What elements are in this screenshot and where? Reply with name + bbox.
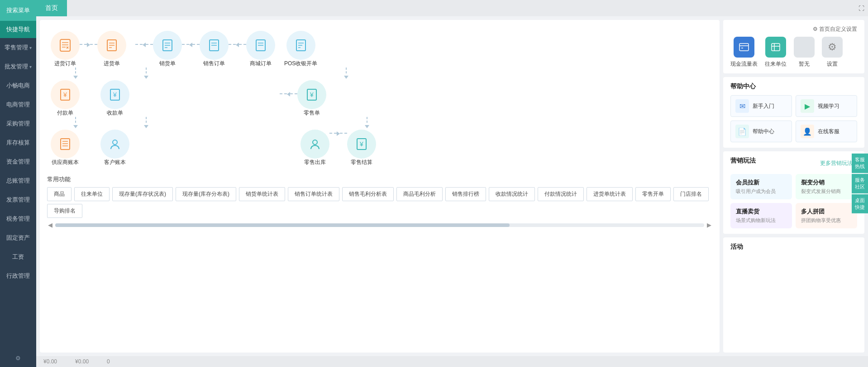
flow-row-3: ¥ 付款单 ¥ 收款单 <box>51 80 712 117</box>
func-btn-2[interactable]: 现存量(库存状况表) <box>112 187 173 201</box>
sidebar-item-inventory[interactable]: 库存核算 <box>0 133 36 152</box>
node-retail-out: 零售出库 <box>300 130 329 166</box>
quick-nav-button[interactable]: 快捷导航 <box>0 21 36 38</box>
support-icon: 👤 <box>801 125 814 138</box>
v-connector-3 <box>73 117 78 130</box>
tab-home[interactable]: 首页 <box>36 0 67 16</box>
arrow-left-icon <box>236 41 239 48</box>
beginner-icon: ✉ <box>735 99 749 113</box>
right-panel: ⚙ 首页自定义设置 现金流量表 往来单位 <box>723 16 868 356</box>
sidebar-item-ecommerce-small[interactable]: 小畅电商 <box>0 76 36 95</box>
sidebar-item-ecommerce-mgmt[interactable]: 电商管理 <box>0 95 36 114</box>
float-btn-support[interactable]: 客服热线 <box>852 154 868 173</box>
help-title: 帮助中心 <box>730 82 857 91</box>
sidebar-item-finance[interactable]: 资金管理 <box>0 152 36 171</box>
func-btn-8[interactable]: 销售排行榜 <box>445 187 486 201</box>
expand-icon[interactable]: ⛶ <box>855 0 868 16</box>
qi-empty: 暂无 <box>794 37 815 68</box>
sidebar-item-ledger[interactable]: 总账管理 <box>0 171 36 190</box>
help-doc-icon: 📄 <box>735 125 749 138</box>
video-icon: ▶ <box>801 99 814 113</box>
func-btn-3[interactable]: 现存量(库存分布表) <box>176 187 236 201</box>
help-item-beginner[interactable]: ✉ 新手入门 <box>730 95 792 117</box>
svg-rect-39 <box>772 43 780 51</box>
sidebar-item-admin[interactable]: 行政管理 <box>0 266 36 285</box>
float-btn-desktop[interactable]: 桌面快捷 <box>852 194 868 213</box>
node-customer-book: 客户账本 <box>100 130 129 166</box>
units-icon <box>765 37 786 58</box>
sidebar-item-procurement[interactable]: 采购管理 <box>0 114 36 133</box>
svg-rect-28 <box>61 139 70 150</box>
tab-bar: 首页 ⛶ <box>36 0 868 16</box>
func-btn-6[interactable]: 销售毛利分析表 <box>342 187 394 201</box>
sidebar-item-retail[interactable]: 零售管理 ▾ <box>0 38 36 57</box>
float-btn-community[interactable]: 服务社区 <box>852 174 868 193</box>
status-bar: ¥0.00 ¥0.00 0 <box>36 356 868 367</box>
activity-title: 活动 <box>730 243 857 251</box>
qi-units[interactable]: 往来单位 <box>765 37 787 68</box>
mkt-item-3[interactable]: 多人拼团 拼团购物享受优惠 <box>796 203 857 228</box>
func-btn-1[interactable]: 往来单位 <box>74 187 110 201</box>
help-item-help[interactable]: 📄 帮助中心 <box>730 121 792 142</box>
search-menu-button[interactable]: 搜索菜单 <box>0 0 36 21</box>
scroll-right-icon[interactable]: ▶ <box>706 222 712 228</box>
mkt-item-1[interactable]: 裂变分销 裂变式发展分销商 <box>796 174 857 199</box>
node-sales-bill: 销货单 <box>153 31 182 68</box>
common-funcs-title: 常用功能 <box>47 175 712 184</box>
mkt-item-2[interactable]: 直播卖货 场景式购物新玩法 <box>730 203 792 228</box>
customize-label[interactable]: ⚙ 首页自定义设置 <box>730 25 857 33</box>
node-purchase-order: 进货订单 <box>51 31 80 68</box>
chevron-down-icon: ▾ <box>29 45 32 50</box>
scroll-left-icon[interactable]: ◀ <box>47 222 53 228</box>
func-btn-4[interactable]: 销货单统计表 <box>239 187 285 201</box>
svg-point-33 <box>313 140 317 145</box>
func-btn-11[interactable]: 进货单统计表 <box>587 187 633 201</box>
empty-icon <box>794 37 815 58</box>
arrow-left-icon <box>143 41 146 48</box>
flow-diagram: 进货订单 进货单 <box>47 27 712 170</box>
svg-text:¥: ¥ <box>310 91 314 98</box>
node-shop-order: 商城订单 <box>246 31 275 68</box>
scroll-bar: ◀ ▶ <box>47 222 712 228</box>
sidebar-item-payroll[interactable]: 工资 <box>0 247 36 266</box>
quick-icons-section: ⚙ 首页自定义设置 现金流量表 往来单位 <box>723 20 864 73</box>
settings-icon-bottom[interactable]: ⚙ <box>0 349 36 367</box>
help-item-video[interactable]: ▶ 视频学习 <box>796 95 857 117</box>
func-btn-7[interactable]: 商品毛利分析 <box>396 187 443 201</box>
sidebar-item-tax[interactable]: 税务管理 <box>0 209 36 228</box>
func-btn-13[interactable]: 门店排名 <box>673 187 709 201</box>
node-sales-order: 销售订单 <box>200 31 229 68</box>
sidebar-item-invoice[interactable]: 发票管理 <box>0 190 36 209</box>
func-btn-12[interactable]: 零售开单 <box>635 187 671 201</box>
node-receipt: ¥ 收款单 <box>100 80 129 117</box>
v-connector-5 <box>365 117 369 130</box>
v-connector-2 <box>144 68 148 80</box>
sidebar: 搜索菜单 快捷导航 零售管理 ▾ 批发管理 ▾ 小畅电商 电商管理 采购管理 库… <box>0 0 36 367</box>
arrow-left-icon <box>189 41 192 48</box>
svg-text:¥: ¥ <box>359 140 363 148</box>
func-btn-10[interactable]: 付款情况统计 <box>538 187 584 201</box>
flow-row-1: 进货订单 进货单 <box>51 31 712 68</box>
sidebar-item-fixed-assets[interactable]: 固定资产 <box>0 228 36 247</box>
help-item-support[interactable]: 👤 在线客服 <box>796 121 857 142</box>
svg-rect-36 <box>739 43 749 51</box>
func-btn-5[interactable]: 销售订单统计表 <box>288 187 339 201</box>
mkt-item-0[interactable]: 会员拉新 吸引用户成为会员 <box>730 174 792 199</box>
float-buttons: 客服热线 服务社区 桌面快捷 <box>852 154 868 213</box>
qi-cashflow[interactable]: 现金流量表 <box>730 37 758 68</box>
scroll-track[interactable] <box>55 223 704 227</box>
v-connector-4 <box>144 117 148 130</box>
svg-rect-0 <box>60 39 70 51</box>
sidebar-item-wholesale[interactable]: 批发管理 ▾ <box>0 57 36 76</box>
help-section: 帮助中心 ✉ 新手入门 ▶ 视频学习 📄 帮助中心 👤 <box>723 77 864 148</box>
func-btn-9[interactable]: 收款情况统计 <box>489 187 535 201</box>
qi-settings[interactable]: ⚙ 设置 <box>822 37 843 68</box>
marketing-header: 营销玩法 更多营销玩法 > <box>730 157 857 169</box>
arrow-left-2-icon <box>287 90 290 97</box>
marketing-section: 营销玩法 更多营销玩法 > 会员拉新 吸引用户成为会员 裂变分销 裂变式发展分销… <box>723 151 864 234</box>
node-pos: POS收银开单 <box>284 31 317 68</box>
common-funcs-grid: 商品 往来单位 现存量(库存状况表) 现存量(库存分布表) 销货单统计表 销售订… <box>47 187 712 218</box>
func-btn-0[interactable]: 商品 <box>47 187 72 201</box>
scroll-thumb <box>55 223 510 227</box>
func-btn-14[interactable]: 导购排名 <box>47 204 82 218</box>
